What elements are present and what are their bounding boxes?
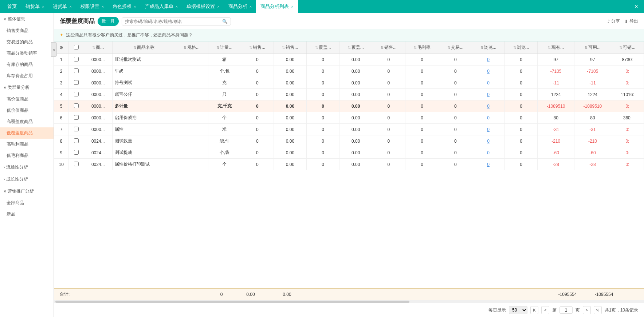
nav-tab-商品分析[interactable]: 商品分析× <box>224 0 256 13</box>
sidebar-item-低覆盖度商品[interactable]: 低覆盖度商品 <box>0 127 54 139</box>
sidebar-item-库存资金占用[interactable]: 库存资金占用 <box>0 70 54 82</box>
sidebar-item-全部商品[interactable]: 全部商品 <box>0 197 54 209</box>
nav-tab-角色授权[interactable]: 角色授权× <box>108 0 140 13</box>
sidebar-section-0[interactable]: ∨整体信息 <box>0 13 54 25</box>
col-header-gross_margin[interactable]: ⇅毛利率 <box>405 41 439 54</box>
nav-tab-进货单[interactable]: 进货单× <box>48 0 76 13</box>
browse-link[interactable]: 0 <box>487 115 490 120</box>
row-checkbox-input[interactable] <box>74 138 79 143</box>
settings-icon[interactable]: ⚙ <box>59 45 63 50</box>
col-header-trade[interactable]: ⇅交易... <box>439 41 472 54</box>
browse-link[interactable]: 0 <box>487 80 490 86</box>
tab-close-icon[interactable]: × <box>134 4 136 9</box>
row-checkbox-input[interactable] <box>74 57 79 62</box>
sidebar-item-有库存的商品[interactable]: 有库存的商品 <box>0 59 54 70</box>
sidebar-item-高覆盖度商品[interactable]: 高覆盖度商品 <box>0 116 54 127</box>
nav-tab-权限设置[interactable]: 权限设置× <box>76 0 108 13</box>
sidebar-collapse-button[interactable]: « <box>51 42 57 57</box>
row-available-stock: -11 <box>574 77 611 89</box>
nav-tab-销货单[interactable]: 销货单× <box>21 0 48 13</box>
tab-close-icon[interactable]: × <box>176 4 178 9</box>
sidebar-section-3[interactable]: ›成长性分析 <box>0 173 54 185</box>
nav-tab-商品分析列表[interactable]: 商品分析列表× <box>256 0 298 13</box>
horizontal-scrollbar[interactable] <box>54 300 644 303</box>
col-header-code[interactable]: ⇅商... <box>84 41 113 54</box>
col-header-browse2[interactable]: ⇅浏览... <box>505 41 538 54</box>
col-header-current_stock[interactable]: ⇅现有... <box>538 41 574 54</box>
row-checkbox-input[interactable] <box>74 127 79 131</box>
row-checkbox-input[interactable] <box>74 150 79 155</box>
col-header-spec[interactable]: ⇅规格... <box>175 41 208 54</box>
filter-recent-month-button[interactable]: 近一月 <box>98 17 119 26</box>
table-row: 10000...旺辅批次测试箱00.0000.000000097978730: <box>54 54 644 66</box>
search-box: 🔍 <box>122 17 231 25</box>
tab-close-icon[interactable]: × <box>69 4 71 9</box>
sidebar-item-低毛利商品[interactable]: 低毛利商品 <box>0 150 54 161</box>
col-header-coverage1[interactable]: ⇅覆盖... <box>307 41 339 54</box>
search-input[interactable] <box>125 19 221 24</box>
browse-link[interactable]: 0 <box>487 57 490 62</box>
page-number-input[interactable] <box>559 306 573 314</box>
sidebar-item-新品[interactable]: 新品 <box>0 209 54 220</box>
last-page-button[interactable]: >| <box>594 306 602 314</box>
sidebar-item-高价值商品[interactable]: 高价值商品 <box>0 94 54 105</box>
tab-close-icon[interactable]: × <box>291 4 293 9</box>
col-header-saleable[interactable]: ⇅可销... <box>611 41 644 54</box>
sidebar-item-商品分类动销率[interactable]: 商品分类动销率 <box>0 48 54 59</box>
row-checkbox-input[interactable] <box>74 92 79 96</box>
share-button[interactable]: ⤴ 分享 <box>608 18 620 24</box>
sidebar-section-4[interactable]: ∨营销推广分析 <box>0 185 54 197</box>
browse-link[interactable]: 0 <box>487 104 490 109</box>
window-close-button[interactable]: × <box>631 3 641 11</box>
row-checkbox-input[interactable] <box>74 162 79 166</box>
tab-close-icon[interactable]: × <box>42 4 44 9</box>
sidebar-item-销售类商品[interactable]: 销售类商品 <box>0 25 54 36</box>
nav-tab-单据模板设置[interactable]: 单据模板设置× <box>182 0 224 13</box>
row-checkbox-input[interactable] <box>74 103 79 108</box>
browse-link[interactable]: 0 <box>487 69 490 74</box>
row-trade: 0 <box>439 54 472 66</box>
browse-link[interactable]: 0 <box>487 92 490 97</box>
per-page-select[interactable]: 50 100 200 <box>509 306 527 314</box>
row-checkbox-input[interactable] <box>74 68 79 73</box>
col-header-available_stock[interactable]: ⇅可用... <box>574 41 611 54</box>
select-all-checkbox[interactable] <box>74 45 79 49</box>
tab-close-icon[interactable]: × <box>250 4 252 9</box>
sidebar-section-1[interactable]: ∨类群量分析 <box>0 82 54 94</box>
nav-tab-产成品入库单[interactable]: 产成品入库单× <box>141 0 182 13</box>
col-header-coverage2[interactable]: ⇅覆盖... <box>339 41 372 54</box>
row-browse1: 0 <box>472 100 504 112</box>
sidebar-item-交易过的商品[interactable]: 交易过的商品 <box>0 36 54 48</box>
row-checkbox-input[interactable] <box>74 115 79 120</box>
export-button[interactable]: ⬇ 导出 <box>624 18 638 24</box>
col-header-sales_count[interactable]: ⇅销售... <box>241 41 274 54</box>
row-number: 7 <box>54 124 69 135</box>
tab-close-icon[interactable]: × <box>217 4 219 9</box>
prev-page-button[interactable]: < <box>541 306 549 314</box>
sidebar-section-2[interactable]: ›流通性分析 <box>0 161 54 173</box>
table-container[interactable]: ⚙⇅商...⇅商品名称⇅规格...⇅计量...⇅销售...⇅销售...⇅覆盖..… <box>54 41 644 288</box>
col-header-unit[interactable]: ⇅计量... <box>208 41 241 54</box>
browse-link[interactable]: 0 <box>487 162 490 167</box>
content-area: 低覆盖度商品 近一月 🔍 ⤴ 分享 ⬇ 导出 <box>54 13 644 317</box>
col-header-sales_amount[interactable]: ⇅销售... <box>274 41 306 54</box>
first-page-button[interactable]: K <box>530 306 538 314</box>
col-header-checkbox[interactable] <box>69 41 84 54</box>
browse-link[interactable]: 0 <box>487 150 490 155</box>
sidebar-item-高毛利商品[interactable]: 高毛利商品 <box>0 139 54 150</box>
section-arrow-icon: ∨ <box>4 17 6 21</box>
col-header-sales3[interactable]: ⇅销售... <box>372 41 405 54</box>
row-browse1: 0 <box>472 66 504 77</box>
search-icon[interactable]: 🔍 <box>222 19 228 24</box>
nav-tab-首页[interactable]: 首页 <box>3 0 21 13</box>
browse-link[interactable]: 0 <box>487 127 490 132</box>
sidebar-item-低价值商品[interactable]: 低价值商品 <box>0 105 54 116</box>
next-page-button[interactable]: > <box>583 306 591 314</box>
row-gross-margin: 0 <box>405 54 439 66</box>
row-checkbox-input[interactable] <box>74 80 79 85</box>
tab-close-icon[interactable]: × <box>102 4 104 9</box>
row-browse1: 0 <box>472 147 504 159</box>
browse-link[interactable]: 0 <box>487 139 490 144</box>
col-header-browse1[interactable]: ⇅浏览... <box>472 41 504 54</box>
col-header-name[interactable]: ⇅商品名称 <box>113 41 175 54</box>
